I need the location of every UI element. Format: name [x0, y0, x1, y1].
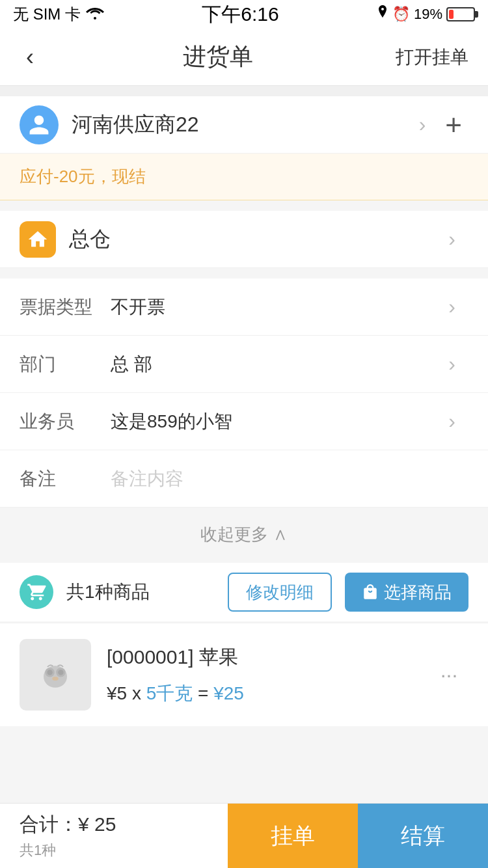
time-label: 下午6:16	[202, 1, 278, 28]
battery-icon	[446, 7, 475, 21]
total-price: ¥25	[213, 683, 244, 703]
nav-bar: ‹ 进货单 打开挂单	[0, 29, 488, 86]
equals-sign: =	[198, 683, 213, 703]
product-title: 苹果	[199, 646, 238, 668]
supplier-chevron-icon: ›	[419, 113, 426, 137]
notice-banner: 应付-20元，现结	[0, 154, 488, 200]
ticket-type-label: 票据类型	[20, 295, 111, 319]
select-product-label: 选择商品	[384, 581, 452, 604]
quantity-value: 5千克	[146, 683, 193, 703]
collapse-label: 收起更多 ∧	[200, 524, 287, 544]
remark-placeholder[interactable]: 备注内容	[111, 467, 468, 491]
warehouse-chevron-icon: ›	[448, 227, 455, 251]
select-cart-icon	[362, 584, 379, 601]
sales-rep-row[interactable]: 业务员 这是859的小智 ›	[0, 393, 488, 450]
cart-icon	[27, 582, 46, 602]
total-label: 合计：¥ 25	[20, 811, 228, 838]
status-left: 无 SIM 卡	[13, 4, 104, 25]
ticket-type-value: 不开票	[111, 295, 448, 319]
bottom-bar: 合计：¥ 25 共1种 挂单 结算	[0, 803, 488, 868]
department-value: 总 部	[111, 352, 448, 377]
svg-point-5	[52, 677, 59, 681]
supplier-avatar	[20, 105, 59, 144]
page-title: 进货单	[183, 41, 253, 73]
ticket-type-row[interactable]: 票据类型 不开票 ›	[0, 278, 488, 336]
carrier-label: 无 SIM 卡	[13, 4, 81, 25]
product-count-icon	[20, 575, 53, 609]
notice-text: 应付-20元，现结	[20, 167, 146, 186]
department-label: 部门	[20, 352, 111, 377]
form-section: 票据类型 不开票 › 部门 总 部 › 业务员 这是859的小智 › 备注 备注…	[0, 278, 488, 508]
product-price-row: ¥5 x 5千克 = ¥25	[107, 681, 429, 706]
supplier-name: 河南供应商22	[72, 111, 419, 139]
location-icon	[377, 5, 388, 23]
suspend-button[interactable]: 挂单	[228, 804, 358, 869]
collapse-toggle[interactable]: 收起更多 ∧	[0, 508, 488, 562]
person-icon	[27, 113, 51, 137]
product-code: [0000001]	[107, 646, 199, 668]
wifi-icon	[86, 5, 104, 23]
battery-percent: 19%	[414, 6, 442, 23]
add-supplier-button[interactable]: +	[439, 109, 468, 141]
svg-point-3	[47, 670, 52, 675]
warehouse-icon	[20, 221, 56, 258]
product-thumbnail	[20, 639, 91, 711]
total-count: 共1种	[20, 841, 228, 860]
product-more-button[interactable]: ···	[429, 663, 468, 687]
sales-rep-value: 这是859的小智	[111, 409, 448, 434]
checkout-button[interactable]: 结算	[358, 804, 488, 869]
total-info: 合计：¥ 25 共1种	[0, 811, 228, 860]
open-suspend-button[interactable]: 打开挂单	[396, 45, 468, 70]
remark-row[interactable]: 备注 备注内容	[0, 450, 488, 508]
product-info: [0000001] 苹果 ¥5 x 5千克 = ¥25	[107, 644, 429, 706]
department-chevron-icon: ›	[448, 352, 455, 376]
home-icon	[27, 228, 49, 251]
status-right: ⏰ 19%	[377, 5, 475, 23]
modify-detail-button[interactable]: 修改明细	[228, 573, 332, 612]
bottom-spacer	[0, 726, 488, 791]
section-divider-1	[0, 86, 488, 96]
product-item: [0000001] 苹果 ¥5 x 5千克 = ¥25 ···	[0, 623, 488, 726]
owl-logo-icon	[36, 655, 75, 694]
status-bar: 无 SIM 卡 下午6:16 ⏰ 19%	[0, 0, 488, 29]
warehouse-name: 总仓	[69, 225, 448, 254]
unit-price: ¥5 x	[107, 683, 146, 703]
sales-rep-chevron-icon: ›	[448, 409, 455, 433]
select-product-button[interactable]: 选择商品	[345, 573, 468, 612]
product-name: [0000001] 苹果	[107, 644, 429, 671]
products-header: 共1种商品 修改明细 选择商品	[0, 563, 488, 621]
supplier-section: 河南供应商22 › +	[0, 96, 488, 154]
alarm-icon: ⏰	[392, 6, 410, 23]
ticket-type-chevron-icon: ›	[448, 295, 455, 319]
product-count-label: 共1种商品	[66, 580, 215, 604]
department-row[interactable]: 部门 总 部 ›	[0, 336, 488, 393]
back-button[interactable]: ‹	[20, 37, 40, 77]
sales-rep-label: 业务员	[20, 409, 111, 434]
warehouse-section[interactable]: 总仓 ›	[0, 211, 488, 268]
svg-point-4	[58, 670, 63, 675]
remark-label: 备注	[20, 467, 111, 491]
